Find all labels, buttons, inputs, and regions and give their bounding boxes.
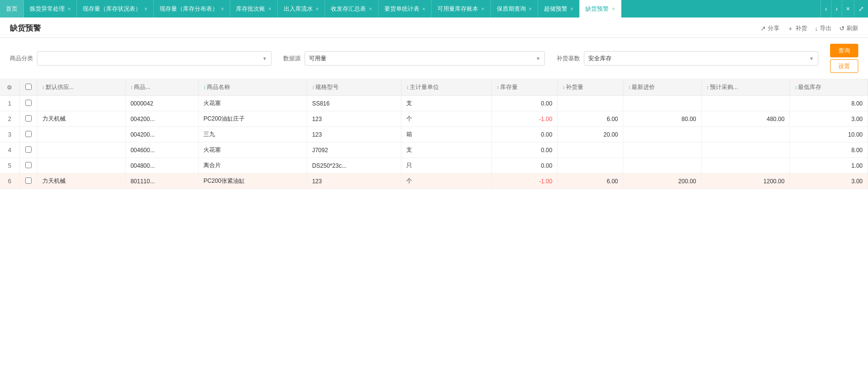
tab-close-icon[interactable]: × — [369, 6, 372, 12]
tab-label: 超储预警 — [544, 5, 567, 13]
tab-close-icon[interactable]: × — [529, 6, 532, 12]
row-checkbox[interactable] — [25, 177, 32, 184]
gear-icon[interactable]: ⚙ — [7, 84, 12, 91]
category-select[interactable]: ▼ — [37, 51, 271, 66]
sort-icon-unit: ↕ — [406, 85, 409, 90]
filter-action-buttons: 查询 设置 — [830, 44, 858, 73]
cell-unit: 个 — [401, 174, 492, 189]
page-container: 缺货预警 ↗ 分享 ＋ 补货 ↓ 导出 ↺ 刷新 商品分类 — [0, 18, 868, 387]
replenish-action[interactable]: ＋ 补货 — [787, 24, 807, 33]
cell-unit: 箱 — [401, 127, 492, 142]
cell-latest-price — [623, 127, 702, 142]
tab-label: 首页 — [6, 5, 18, 13]
export-action[interactable]: ↓ 导出 — [815, 24, 832, 33]
cell-estimated-purchase — [701, 158, 790, 174]
filter-bar: 商品分类 ▼ 数据源 可用量 ▼ 补货基数 安全库 — [0, 38, 868, 79]
page-header: 缺货预警 ↗ 分享 ＋ 补货 ↓ 导出 ↺ 刷新 — [0, 18, 868, 38]
sort-icon-name: ↕ — [203, 85, 206, 90]
category-label: 商品分类 — [10, 54, 33, 63]
nav-close-btn[interactable]: × — [842, 0, 854, 18]
row-checkbox-cell — [19, 111, 37, 127]
tab-item-shortage[interactable]: 缺货预警× — [579, 0, 621, 18]
tab-close-icon[interactable]: × — [144, 6, 147, 12]
cell-estimated-purchase — [701, 142, 790, 158]
tab-item-batch-account[interactable]: 库存批次账× — [230, 0, 277, 18]
cell-stock: 0.00 — [491, 142, 557, 158]
col-unit: ↕主计量单位 — [401, 79, 492, 96]
data-table: ⚙ ↕默认供应... ↕商品... ↕商品名称 ↕规格型号 ↕主计量单位 ↕库存… — [0, 79, 868, 189]
share-icon: ↗ — [760, 25, 766, 32]
cell-product-name: 离合片 — [199, 158, 307, 174]
row-checkbox[interactable] — [25, 162, 32, 168]
tab-item-order-stats[interactable]: 要货单统计表× — [379, 0, 432, 18]
select-all-checkbox[interactable] — [25, 84, 32, 90]
cell-replenish-qty — [558, 96, 623, 111]
row-checkbox[interactable] — [25, 146, 32, 153]
refresh-action[interactable]: ↺ 刷新 — [839, 24, 858, 33]
query-button[interactable]: 查询 — [830, 44, 858, 57]
sort-icon-replenish: ↕ — [562, 85, 565, 90]
category-filter: 商品分类 ▼ — [10, 51, 271, 66]
row-checkbox[interactable] — [25, 115, 32, 122]
cell-supplier — [37, 158, 126, 174]
col-estimated-purchase: ↕预计采购... — [701, 79, 790, 96]
replenish-base-select[interactable]: 安全库存 ▼ — [584, 51, 818, 66]
tab-bar: 首页炼货异常处理×现存量（库存状况表）×现存量（库存分布表）×库存批次账×出入库… — [0, 0, 868, 18]
row-number: 5 — [0, 158, 19, 174]
tab-item-inout-flow[interactable]: 出入库流水× — [278, 0, 325, 18]
export-icon: ↓ — [815, 25, 818, 32]
settings-button[interactable]: 设置 — [830, 59, 858, 73]
tab-item-receipt-summary[interactable]: 收发存汇总表× — [325, 0, 378, 18]
cell-spec: J7092 — [307, 142, 401, 158]
col-product-name: ↕商品名称 — [199, 79, 307, 96]
col-replenish-qty: ↕补货量 — [558, 79, 623, 96]
row-checkbox[interactable] — [25, 131, 32, 137]
tab-label: 收发存汇总表 — [331, 5, 366, 13]
cell-estimated-purchase — [701, 96, 790, 111]
tab-item-inventory-status[interactable]: 现存量（库存状况表）× — [77, 0, 153, 18]
table-body: 10000042火花塞SS816支0.008.002力天机械004200...P… — [0, 96, 868, 189]
refresh-label: 刷新 — [847, 24, 858, 33]
tab-close-icon[interactable]: × — [422, 6, 425, 12]
tab-close-icon[interactable]: × — [481, 6, 484, 12]
cell-min-stock: 1.00 — [790, 158, 868, 174]
tab-close-icon[interactable]: × — [268, 6, 271, 12]
tab-close-icon[interactable]: × — [570, 6, 573, 12]
sort-icon-stock: ↕ — [497, 85, 499, 90]
datasource-select[interactable]: 可用量 ▼ — [305, 51, 545, 66]
cell-stock: -1.00 — [491, 174, 557, 189]
col-default-supplier: ↕默认供应... — [37, 79, 126, 96]
cell-product-code: 801110... — [126, 174, 199, 189]
row-checkbox[interactable] — [25, 100, 32, 106]
cell-latest-price — [623, 142, 702, 158]
tab-close-icon[interactable]: × — [612, 6, 615, 12]
nav-next-btn[interactable]: › — [831, 0, 842, 18]
cell-min-stock: 8.00 — [790, 142, 868, 158]
tab-label: 保质期查询 — [497, 5, 526, 13]
table-row: 10000042火花塞SS816支0.008.00 — [0, 96, 868, 111]
tab-close-icon[interactable]: × — [221, 6, 224, 12]
tab-item-available-ledger[interactable]: 可用量库存账本× — [432, 0, 490, 18]
tab-close-icon[interactable]: × — [316, 6, 319, 12]
replenish-base-value: 安全库存 — [588, 54, 612, 63]
nav-fullscreen-btn[interactable]: ⤢ — [854, 0, 868, 18]
tab-item-inventory-dist[interactable]: 现存量（库存分布表）× — [154, 0, 230, 18]
cell-min-stock: 10.00 — [790, 127, 868, 142]
nav-prev-btn[interactable]: ‹ — [820, 0, 831, 18]
tab-close-icon[interactable]: × — [68, 6, 71, 12]
share-action[interactable]: ↗ 分享 — [760, 24, 779, 33]
tab-item-expiry-query[interactable]: 保质期查询× — [491, 0, 538, 18]
cell-supplier: 力天机械 — [37, 174, 126, 189]
col-spec: ↕规格型号 — [307, 79, 401, 96]
tab-label: 出入库流水 — [284, 5, 313, 13]
cell-replenish-qty — [558, 142, 623, 158]
cell-estimated-purchase: 1200.00 — [701, 174, 790, 189]
tab-item-home[interactable]: 首页 — [0, 0, 24, 18]
col-stock: ↕库存量 — [491, 79, 557, 96]
cell-product-code: 004200... — [126, 111, 199, 127]
header-actions: ↗ 分享 ＋ 补货 ↓ 导出 ↺ 刷新 — [760, 24, 859, 33]
tab-item-exception[interactable]: 炼货异常处理× — [24, 0, 77, 18]
cell-estimated-purchase: 480.00 — [701, 111, 790, 127]
replenish-label: 补货 — [796, 24, 807, 33]
tab-item-overstock[interactable]: 超储预警× — [538, 0, 579, 18]
